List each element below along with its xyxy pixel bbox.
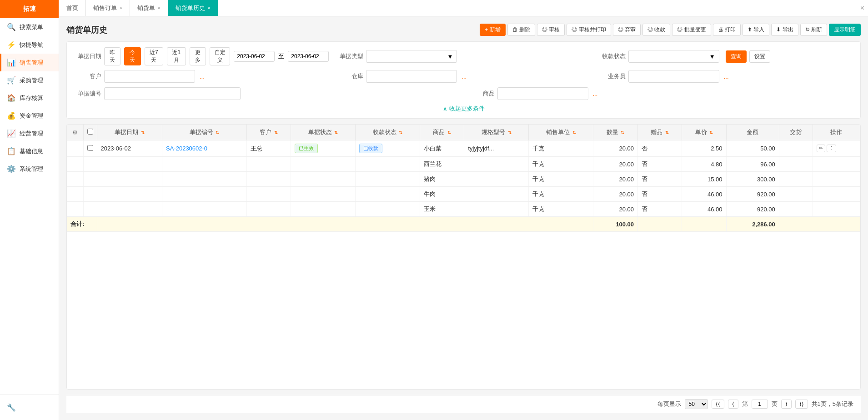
col-doc-no[interactable]: 单据编号 ⇅ xyxy=(162,125,247,140)
table-container: ⚙ 单据日期 ⇅ 单据编号 ⇅ xyxy=(66,124,861,390)
row-qty-0: 20.00 xyxy=(593,140,638,157)
next-page-btn[interactable]: ⟩ xyxy=(781,400,792,409)
row-amount-3: 920.00 xyxy=(726,187,779,202)
date-more-btn[interactable]: 更多 xyxy=(190,47,206,65)
col-spec-type-label: 规格型号 xyxy=(482,129,505,135)
date-to-input[interactable] xyxy=(288,51,329,62)
col-unit-price[interactable]: 单价 ⇅ xyxy=(682,125,726,140)
collect-button[interactable]: ◎ 收款 xyxy=(642,24,670,36)
col-customer[interactable]: 客户 ⇅ xyxy=(246,125,291,140)
tab-bar-close[interactable]: × xyxy=(860,4,868,12)
summary-price-spacer xyxy=(682,217,726,232)
row-transaction-0 xyxy=(779,140,813,157)
print-button[interactable]: 🖨 打印 xyxy=(713,24,741,36)
sidebar-item-purchase-mgmt[interactable]: 🛒 采购管理 xyxy=(0,71,59,89)
customer-ellipsis-btn[interactable]: ... xyxy=(198,73,206,80)
date-custom-btn[interactable]: 自定义 xyxy=(210,47,230,65)
new-button[interactable]: + 新增 xyxy=(480,24,505,36)
show-detail-button[interactable]: 显示明细 xyxy=(829,24,861,36)
sidebar-item-sales-mgmt[interactable]: 📊 销售管理 xyxy=(0,54,59,71)
warehouse-ellipsis-btn[interactable]: ... xyxy=(460,73,468,80)
tab-sales-history-close[interactable]: × xyxy=(208,5,211,10)
export-button[interactable]: ⬇ 导出 xyxy=(771,24,798,36)
refresh-button[interactable]: ↻ 刷新 xyxy=(800,24,827,36)
abandon-button[interactable]: ◎ 弃审 xyxy=(613,24,641,36)
filter-doctype-select[interactable]: ▼ xyxy=(366,50,457,63)
tab-home[interactable]: 首页 xyxy=(59,0,86,16)
last-page-btn[interactable]: ⟩⟩ xyxy=(795,400,808,409)
query-button[interactable]: 查询 xyxy=(726,50,747,63)
delete-button[interactable]: 🗑 删除 xyxy=(507,24,535,36)
audit-button[interactable]: ◎ 审核 xyxy=(537,24,565,36)
prev-page-btn[interactable]: ⟨ xyxy=(728,400,738,409)
row-doc-no-0[interactable]: SA-20230602-0 xyxy=(162,140,247,157)
col-collect-status[interactable]: 收款状态 ⇅ xyxy=(356,125,420,140)
salesperson-ellipsis-btn[interactable]: ... xyxy=(722,73,731,80)
row-amount-4: 920.00 xyxy=(726,202,779,217)
date-1month-btn[interactable]: 近1月 xyxy=(167,47,186,65)
select-all-checkbox[interactable] xyxy=(87,129,93,135)
tab-sales-history[interactable]: 销货单历史 × xyxy=(168,0,218,16)
filter-goods-input[interactable] xyxy=(497,87,588,100)
col-qty[interactable]: 数量 ⇅ xyxy=(593,125,638,140)
col-goods[interactable]: 商品 ⇅ xyxy=(420,125,464,140)
row-checkbox-cell-2 xyxy=(83,172,97,187)
col-sales-unit[interactable]: 销售单位 ⇅ xyxy=(529,125,593,140)
col-gift[interactable]: 赠品 ⇅ xyxy=(637,125,682,140)
row-doc-status-1 xyxy=(291,157,356,172)
col-doc-date[interactable]: 单据日期 ⇅ xyxy=(97,125,162,140)
doc-date-sort-icon: ⇅ xyxy=(141,130,145,135)
sidebar-item-finance-mgmt[interactable]: 💰 资金管理 xyxy=(0,107,59,125)
date-7days-btn[interactable]: 近7天 xyxy=(145,47,163,65)
filter-customer-item: 客户 ... xyxy=(74,70,329,83)
date-from-input[interactable] xyxy=(234,51,275,62)
per-page-select[interactable]: 50 10 20 100 xyxy=(685,399,708,409)
sidebar-item-inventory-calc[interactable]: 🏠 库存核算 xyxy=(0,89,59,107)
sidebar-item-label: 资金管理 xyxy=(20,112,43,120)
row-doc-status-0: 已生效 xyxy=(291,140,356,157)
row-sales-unit-0: 千克 xyxy=(529,140,593,157)
sidebar-item-ops-mgmt[interactable]: 📈 经营管理 xyxy=(0,125,59,142)
tab-sales-order[interactable]: 销售订单 × xyxy=(86,0,130,16)
tab-sales-order-close[interactable]: × xyxy=(120,5,122,10)
row-more-btn-0[interactable]: ⋮ xyxy=(827,145,836,152)
filter-goods-label: 商品 xyxy=(467,90,495,98)
import-button[interactable]: ⬆ 导入 xyxy=(743,24,769,36)
date-today-btn[interactable]: 今天 xyxy=(124,47,140,65)
gear-icon[interactable]: ⚙ xyxy=(72,129,78,136)
tab-sales-order-label: 销售订单 xyxy=(93,4,117,12)
filter-salesperson-input[interactable] xyxy=(628,70,719,83)
filter-docno-input[interactable] xyxy=(104,87,241,100)
row-edit-btn-0[interactable]: ✏ xyxy=(817,145,825,152)
col-doc-status[interactable]: 单据状态 ⇅ xyxy=(291,125,356,140)
row-goods-1: 西兰花 xyxy=(420,157,464,172)
tab-sales-goods[interactable]: 销货单 × xyxy=(130,0,168,16)
collapse-button[interactable]: ∧ 收起更多条件 xyxy=(74,105,853,113)
audit-print-button[interactable]: ◎ 审核并打印 xyxy=(567,24,611,36)
row-checkbox-0[interactable] xyxy=(87,145,93,151)
row-customer-2 xyxy=(246,172,291,187)
filter-collect-status-select[interactable]: ▼ xyxy=(628,50,719,63)
collapse-label: 收起更多条件 xyxy=(449,105,485,113)
table-row: 西兰花 千克 20.00 否 4.80 96.00 xyxy=(67,157,860,172)
doctype-arrow-icon: ▼ xyxy=(447,53,453,60)
sidebar-item-sys-mgmt[interactable]: ⚙️ 系统管理 xyxy=(0,160,59,178)
sidebar-item-settings[interactable]: 🔧 xyxy=(0,399,59,416)
filter-customer-input[interactable] xyxy=(104,70,195,83)
filter-warehouse-input[interactable] xyxy=(366,70,457,83)
first-page-btn[interactable]: ⟨⟨ xyxy=(712,400,724,409)
sidebar-item-quick-nav[interactable]: ⚡ 快捷导航 xyxy=(0,36,59,54)
settings-button[interactable]: 设置 xyxy=(749,50,770,63)
date-yesterday-btn[interactable]: 昨天 xyxy=(104,47,120,65)
summary-qty: 100.00 xyxy=(593,217,638,232)
goods-ellipsis-btn[interactable]: ... xyxy=(591,90,600,97)
col-spec-type[interactable]: 规格型号 ⇅ xyxy=(464,125,529,140)
page-input[interactable] xyxy=(752,400,768,409)
search-menu-icon: 🔍 xyxy=(7,23,16,31)
sidebar-item-base-info[interactable]: 📋 基础信息 xyxy=(0,142,59,160)
tab-sales-goods-label: 销货单 xyxy=(137,4,155,12)
sidebar-item-search-menu[interactable]: 🔍 搜索菜单 xyxy=(0,18,59,36)
row-goods-0: 小白菜 xyxy=(420,140,464,157)
batch-change-button[interactable]: ◎ 批量变更 xyxy=(672,24,711,36)
tab-sales-goods-close[interactable]: × xyxy=(158,5,161,10)
